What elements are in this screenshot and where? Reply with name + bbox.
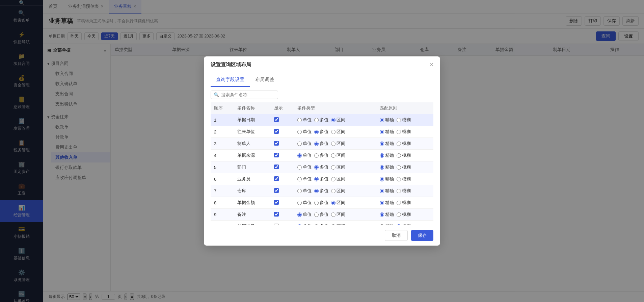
cell-show[interactable]: [271, 209, 294, 221]
match-radio-模糊[interactable]: 模糊: [397, 200, 411, 206]
show-checkbox[interactable]: [274, 176, 279, 181]
cell-type[interactable]: 单值多值区间: [294, 150, 376, 161]
cell-type[interactable]: 单值多值区间: [294, 221, 376, 225]
modal-tabs: 查询字段设置 布局调整: [204, 73, 440, 87]
cell-name: 单据来源: [234, 150, 270, 161]
th-show: 显示: [271, 102, 294, 114]
cell-type[interactable]: 单值多值区间: [294, 173, 376, 185]
show-checkbox[interactable]: [274, 165, 279, 169]
type-radio-多值[interactable]: 多值: [314, 117, 328, 123]
search-input[interactable]: [221, 92, 275, 97]
type-radio-区间[interactable]: 区间: [331, 164, 345, 170]
match-radio-精确[interactable]: 精确: [380, 211, 394, 218]
show-checkbox[interactable]: [274, 200, 279, 205]
match-radio-模糊[interactable]: 模糊: [397, 211, 411, 218]
cell-match[interactable]: 精确模糊: [376, 114, 433, 126]
cell-match[interactable]: 精确模糊: [376, 197, 433, 209]
cell-match[interactable]: 精确模糊: [376, 185, 433, 197]
match-radio-精确[interactable]: 精确: [380, 129, 394, 135]
match-radio-模糊[interactable]: 模糊: [397, 117, 411, 123]
cell-type[interactable]: 单值多值区间: [294, 126, 376, 138]
type-radio-区间[interactable]: 区间: [331, 117, 345, 123]
match-radio-精确[interactable]: 精确: [380, 152, 394, 158]
type-radio-多值[interactable]: 多值: [314, 188, 328, 194]
cell-match[interactable]: 精确模糊: [376, 173, 433, 185]
show-checkbox[interactable]: [274, 188, 279, 193]
type-radio-区间[interactable]: 区间: [331, 200, 345, 206]
match-radio-模糊[interactable]: 模糊: [397, 141, 411, 147]
show-checkbox[interactable]: [274, 117, 279, 122]
cell-match[interactable]: 精确模糊: [376, 161, 433, 173]
type-radio-多值[interactable]: 多值: [314, 129, 328, 135]
modal-close-button[interactable]: ×: [430, 61, 433, 68]
tab-fields[interactable]: 查询字段设置: [211, 73, 250, 87]
type-radio-区间[interactable]: 区间: [331, 211, 345, 218]
cell-match[interactable]: 精确模糊: [376, 209, 433, 221]
type-radio-多值[interactable]: 多值: [314, 152, 328, 158]
match-radio-精确[interactable]: 精确: [380, 164, 394, 170]
match-radio-精确[interactable]: 精确: [380, 117, 394, 123]
type-radio-单值[interactable]: 单值: [297, 129, 312, 135]
type-radio-区间[interactable]: 区间: [331, 129, 345, 135]
cell-show[interactable]: [271, 126, 294, 138]
type-radio-单值[interactable]: 单值: [297, 176, 312, 182]
tab-layout[interactable]: 布局调整: [250, 73, 279, 87]
match-radio-模糊[interactable]: 模糊: [397, 164, 411, 170]
cell-show[interactable]: [271, 173, 294, 185]
cell-match[interactable]: 精确模糊: [376, 138, 433, 150]
type-radio-多值[interactable]: 多值: [314, 211, 328, 218]
cell-type[interactable]: 单值多值区间: [294, 185, 376, 197]
match-radio-模糊[interactable]: 模糊: [397, 188, 411, 194]
cell-show[interactable]: [271, 185, 294, 197]
cell-type[interactable]: 单值多值区间: [294, 114, 376, 126]
type-radio-单值[interactable]: 单值: [297, 211, 312, 218]
cell-order: 4: [211, 150, 234, 161]
match-radio-模糊[interactable]: 模糊: [397, 129, 411, 135]
type-radio-单值[interactable]: 单值: [297, 141, 312, 147]
match-radio-精确[interactable]: 精确: [380, 176, 394, 182]
type-radio-单值[interactable]: 单值: [297, 152, 312, 158]
show-checkbox[interactable]: [274, 141, 279, 146]
type-radio-区间[interactable]: 区间: [331, 188, 345, 194]
cell-show[interactable]: [271, 197, 294, 209]
cancel-button[interactable]: 取消: [385, 230, 408, 241]
type-radio-单值[interactable]: 单值: [297, 117, 312, 123]
show-checkbox[interactable]: [274, 212, 279, 217]
type-radio-多值[interactable]: 多值: [314, 164, 328, 170]
type-radio-单值[interactable]: 单值: [297, 188, 312, 194]
type-radio-多值[interactable]: 多值: [314, 200, 328, 206]
cell-show[interactable]: [271, 150, 294, 161]
match-radio-精确[interactable]: 精确: [380, 141, 394, 147]
cell-order: 9: [211, 209, 234, 221]
type-radio-单值[interactable]: 单值: [297, 200, 312, 206]
type-radio-区间[interactable]: 区间: [331, 176, 345, 182]
cell-order: 8: [211, 197, 234, 209]
cell-name: 制单人: [234, 138, 270, 150]
type-radio-多值[interactable]: 多值: [314, 176, 328, 182]
cell-name: 仓库: [234, 185, 270, 197]
cell-show[interactable]: [271, 114, 294, 126]
type-radio-区间[interactable]: 区间: [331, 141, 345, 147]
cell-show[interactable]: [271, 221, 294, 225]
show-checkbox[interactable]: [274, 129, 279, 134]
modal-table-wrap: 顺序 条件名称 显示 条件类型 匹配原则 1单据日期单值多值区间精确模糊2往来单…: [204, 102, 440, 225]
match-radio-精确[interactable]: 精确: [380, 200, 394, 206]
modal-table: 顺序 条件名称 显示 条件类型 匹配原则 1单据日期单值多值区间精确模糊2往来单…: [211, 102, 433, 225]
cell-match[interactable]: 精确模糊: [376, 150, 433, 161]
match-radio-精确[interactable]: 精确: [380, 188, 394, 194]
type-radio-多值[interactable]: 多值: [314, 141, 328, 147]
type-radio-单值[interactable]: 单值: [297, 164, 312, 170]
cell-type[interactable]: 单值多值区间: [294, 161, 376, 173]
match-radio-模糊[interactable]: 模糊: [397, 176, 411, 182]
type-radio-区间[interactable]: 区间: [331, 152, 345, 158]
match-radio-模糊[interactable]: 模糊: [397, 152, 411, 158]
cell-match[interactable]: 精确模糊: [376, 221, 433, 225]
cell-show[interactable]: [271, 161, 294, 173]
cell-type[interactable]: 单值多值区间: [294, 197, 376, 209]
show-checkbox[interactable]: [274, 153, 279, 157]
cell-show[interactable]: [271, 138, 294, 150]
cell-type[interactable]: 单值多值区间: [294, 138, 376, 150]
cell-type[interactable]: 单值多值区间: [294, 209, 376, 221]
cell-match[interactable]: 精确模糊: [376, 126, 433, 138]
modal-save-button[interactable]: 保存: [411, 230, 433, 241]
